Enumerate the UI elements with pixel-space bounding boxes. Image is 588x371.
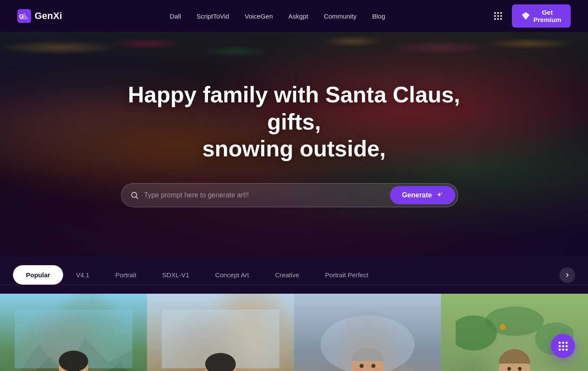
get-premium-button[interactable]: GetPremium: [512, 4, 571, 28]
svg-point-10: [500, 18, 502, 20]
tab-portrait[interactable]: Portrait: [102, 265, 149, 285]
image-card-3[interactable]: [294, 294, 441, 371]
generate-button[interactable]: Generate: [390, 186, 455, 204]
svg-point-9: [497, 18, 499, 20]
nav-dall[interactable]: Dall: [170, 13, 181, 20]
sparkle-icon: [435, 191, 443, 199]
svg-point-4: [500, 12, 502, 14]
card-person-1: [0, 294, 147, 371]
card-person-2: [147, 294, 294, 371]
hero-section: Happy family with Santa Claus, gifts, sn…: [0, 32, 588, 257]
diamond-icon: [521, 12, 530, 20]
svg-point-49: [371, 364, 376, 368]
premium-label: GetPremium: [534, 9, 561, 23]
image-card-4[interactable]: [441, 294, 588, 371]
guitarist-svg-1: [15, 304, 132, 371]
nav-community[interactable]: Community: [324, 13, 357, 20]
svg-point-66: [485, 306, 544, 336]
grid-icon: [493, 11, 503, 21]
svg-point-27: [76, 366, 79, 370]
prompt-input[interactable]: [144, 191, 390, 199]
svg-point-5: [494, 15, 496, 17]
dot-5: [562, 345, 564, 347]
tab-creative[interactable]: Creative: [262, 265, 312, 285]
card-person-4: [441, 294, 588, 371]
tab-sdxl-v1[interactable]: SDXL-V1: [149, 265, 202, 285]
fab-button[interactable]: [551, 334, 575, 358]
svg-point-19: [59, 350, 88, 371]
dot-8: [562, 349, 564, 351]
chevron-right-icon: [564, 272, 571, 279]
tabs-section: Popular V4.1 Portrait SDXL-V1 Concept Ar…: [0, 257, 588, 285]
nav-blog[interactable]: Blog: [372, 13, 385, 20]
tabs-next-arrow[interactable]: [559, 267, 575, 283]
tab-concept-art[interactable]: Concept Art: [202, 265, 262, 285]
navbar-right: GetPremium: [493, 4, 571, 28]
nav-voicegen[interactable]: VoiceGen: [245, 13, 273, 20]
hero-content: Happy family with Santa Claus, gifts, sn…: [112, 81, 476, 207]
svg-point-2: [494, 12, 496, 14]
svg-point-48: [360, 364, 364, 368]
search-icon: [130, 191, 139, 200]
logo-icon: G: [17, 9, 31, 23]
hero-title: Happy family with Santa Claus, gifts, sn…: [121, 81, 467, 162]
tab-v41[interactable]: V4.1: [63, 265, 102, 285]
apps-grid-button[interactable]: [493, 11, 503, 21]
brand-logo[interactable]: G GenXi: [17, 9, 62, 23]
svg-point-26: [67, 366, 71, 370]
dot-7: [559, 349, 561, 351]
svg-point-6: [497, 15, 499, 17]
guitarist-svg-2: [162, 304, 279, 371]
card-person-3: [294, 294, 441, 371]
svg-point-3: [497, 12, 499, 14]
nav-scripttovid[interactable]: ScriptToVid: [196, 13, 229, 20]
nav-links: Dall ScriptToVid VoiceGen Askgpt Communi…: [170, 13, 385, 20]
nav-askgpt[interactable]: Askgpt: [288, 13, 308, 20]
navbar: G GenXi Dall ScriptToVid VoiceGen Askgpt…: [0, 0, 588, 32]
dot-3: [566, 342, 568, 344]
dot-4: [559, 345, 561, 347]
svg-point-7: [500, 15, 502, 17]
dot-2: [562, 342, 564, 344]
dot-9: [566, 349, 568, 351]
svg-point-71: [508, 367, 511, 371]
tab-popular[interactable]: Popular: [13, 265, 63, 285]
search-icon-wrap: [130, 191, 139, 200]
tab-portrait-perfect[interactable]: Portrait Perfect: [312, 265, 381, 285]
dot-1: [559, 342, 561, 344]
dot-6: [566, 345, 568, 347]
svg-point-8: [494, 18, 496, 20]
image-grid: [0, 285, 588, 371]
svg-line-12: [136, 197, 138, 199]
man-puppy-svg: [309, 304, 426, 371]
search-bar: Generate: [121, 183, 458, 207]
fab-dot-grid: [559, 342, 568, 351]
svg-point-67: [500, 324, 506, 330]
svg-point-11: [131, 192, 137, 197]
image-card-1[interactable]: [0, 294, 147, 371]
svg-point-72: [518, 367, 521, 371]
brand-name: GenXi: [35, 10, 62, 22]
image-card-2[interactable]: [147, 294, 294, 371]
